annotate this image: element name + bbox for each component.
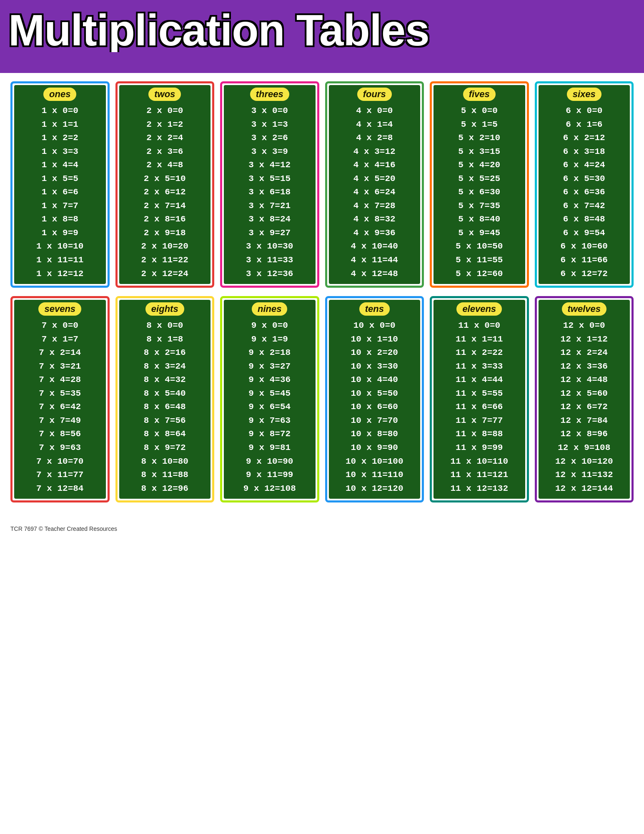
table-row: 5 x 12=60 — [456, 267, 503, 281]
footer: TCR 7697 © Teacher Created Resources — [0, 523, 644, 534]
table-row: 8 x 10=80 — [141, 455, 188, 469]
table-row: 11 x 0=0 — [458, 319, 500, 333]
table-row: 8 x 11=88 — [141, 468, 188, 482]
table-title-ones: ones — [43, 88, 76, 101]
table-title-sixes: sixes — [567, 88, 601, 101]
table-row: 11 x 3=33 — [456, 360, 503, 374]
table-title-sevens: sevens — [38, 302, 81, 316]
table-row: 10 x 6=60 — [351, 400, 398, 414]
table-row: 1 x 4=4 — [42, 158, 78, 172]
table-row: 9 x 9=81 — [248, 441, 291, 455]
table-row: 3 x 6=18 — [248, 186, 291, 199]
table-row: 4 x 1=4 — [356, 118, 393, 132]
table-row: 6 x 7=42 — [563, 199, 605, 213]
table-row: 11 x 8=88 — [456, 427, 503, 441]
table-title-fives: fives — [463, 88, 496, 101]
table-title-tens: tens — [359, 302, 390, 316]
table-row: 9 x 5=45 — [248, 387, 291, 401]
table-row: 5 x 4=20 — [458, 158, 500, 172]
table-row: 7 x 4=28 — [39, 373, 81, 387]
table-row: 3 x 5=15 — [248, 172, 291, 186]
table-row: 2 x 2=4 — [146, 131, 183, 145]
table-row: 11 x 10=110 — [450, 455, 508, 469]
table-row: 8 x 4=32 — [144, 373, 186, 387]
table-row: 12 x 2=24 — [561, 346, 608, 360]
table-title-twos: twos — [148, 88, 181, 101]
table-row: 12 x 7=84 — [561, 414, 608, 428]
table-row: 10 x 9=90 — [351, 441, 398, 455]
table-row: 9 x 3=27 — [248, 360, 291, 374]
table-row: 1 x 10=10 — [36, 240, 83, 254]
table-row: 6 x 5=30 — [563, 172, 605, 186]
table-row: 2 x 5=10 — [144, 172, 186, 186]
table-row: 4 x 4=16 — [353, 158, 396, 172]
table-row: 7 x 1=7 — [42, 333, 78, 347]
table-row: 1 x 3=3 — [42, 145, 78, 159]
table-row: 1 x 2=2 — [42, 131, 78, 145]
table-row: 2 x 10=20 — [141, 240, 188, 254]
table-row: 7 x 5=35 — [39, 387, 81, 401]
table-row: 12 x 0=0 — [563, 319, 605, 333]
table-row: 10 x 12=120 — [346, 482, 403, 496]
table-row: 8 x 12=96 — [141, 482, 188, 496]
table-row: 7 x 11=77 — [36, 468, 83, 482]
table-row: 6 x 3=18 — [563, 145, 605, 159]
table-row: 2 x 8=16 — [144, 213, 186, 226]
table-row: 3 x 0=0 — [251, 104, 288, 118]
table-row: 7 x 0=0 — [42, 319, 78, 333]
table-row: 3 x 10=30 — [246, 240, 293, 254]
table-title-twelves: twelves — [562, 302, 607, 316]
table-row: 11 x 4=44 — [456, 373, 503, 387]
table-row: 2 x 9=18 — [144, 226, 186, 240]
table-row: 10 x 2=20 — [351, 346, 398, 360]
table-row: 3 x 11=33 — [246, 254, 293, 267]
table-row: 1 x 7=7 — [42, 199, 78, 213]
table-row: 5 x 11=55 — [456, 254, 503, 267]
table-row: 11 x 7=77 — [456, 414, 503, 428]
table-row: 2 x 12=24 — [141, 267, 188, 281]
table-card-eights: eights8 x 0=08 x 1=88 x 2=168 x 3=248 x … — [115, 296, 215, 502]
table-row: 4 x 8=32 — [353, 213, 396, 226]
table-row: 3 x 9=27 — [248, 226, 291, 240]
table-row: 9 x 12=108 — [243, 482, 296, 496]
table-row: 1 x 8=8 — [42, 213, 78, 226]
table-row: 5 x 8=40 — [458, 213, 500, 226]
table-row: 5 x 6=30 — [458, 186, 500, 199]
table-card-twelves: twelves12 x 0=012 x 1=1212 x 2=2412 x 3=… — [535, 296, 634, 502]
table-row: 7 x 2=14 — [39, 346, 81, 360]
table-row: 12 x 1=12 — [561, 333, 608, 347]
table-row: 5 x 9=45 — [458, 226, 500, 240]
table-row: 10 x 8=80 — [351, 427, 398, 441]
table-row: 2 x 7=14 — [144, 199, 186, 213]
table-row: 1 x 1=1 — [42, 118, 78, 132]
table-row: 3 x 8=24 — [248, 213, 291, 226]
table-row: 8 x 5=40 — [144, 387, 186, 401]
table-title-nines: nines — [252, 302, 287, 316]
table-row: 7 x 10=70 — [36, 455, 83, 469]
table-card-ones: ones1 x 0=01 x 1=11 x 2=21 x 3=31 x 4=41… — [10, 81, 110, 288]
table-row: 2 x 0=0 — [146, 104, 183, 118]
table-row: 8 x 2=16 — [144, 346, 186, 360]
table-row: 5 x 2=10 — [458, 131, 500, 145]
table-row: 4 x 12=48 — [351, 267, 398, 281]
table-row: 5 x 7=35 — [458, 199, 500, 213]
table-row: 9 x 8=72 — [248, 427, 291, 441]
table-row: 10 x 3=30 — [351, 360, 398, 374]
table-row: 11 x 5=55 — [456, 387, 503, 401]
header-wave — [0, 52, 644, 73]
table-row: 6 x 10=60 — [561, 240, 608, 254]
table-row: 2 x 6=12 — [144, 186, 186, 199]
table-row: 8 x 3=24 — [144, 360, 186, 374]
table-row: 1 x 6=6 — [42, 186, 78, 199]
table-row: 6 x 2=12 — [563, 131, 605, 145]
table-row: 4 x 9=36 — [353, 226, 396, 240]
table-row: 6 x 6=36 — [563, 186, 605, 199]
table-row: 9 x 10=90 — [246, 455, 293, 469]
table-row: 7 x 3=21 — [39, 360, 81, 374]
table-row: 4 x 2=8 — [356, 131, 393, 145]
table-row: 5 x 10=50 — [456, 240, 503, 254]
table-row: 4 x 3=12 — [353, 145, 396, 159]
table-card-tens: tens10 x 0=010 x 1=1010 x 2=2010 x 3=301… — [325, 296, 424, 502]
table-row: 3 x 1=3 — [251, 118, 288, 132]
table-row: 6 x 0=0 — [566, 104, 602, 118]
